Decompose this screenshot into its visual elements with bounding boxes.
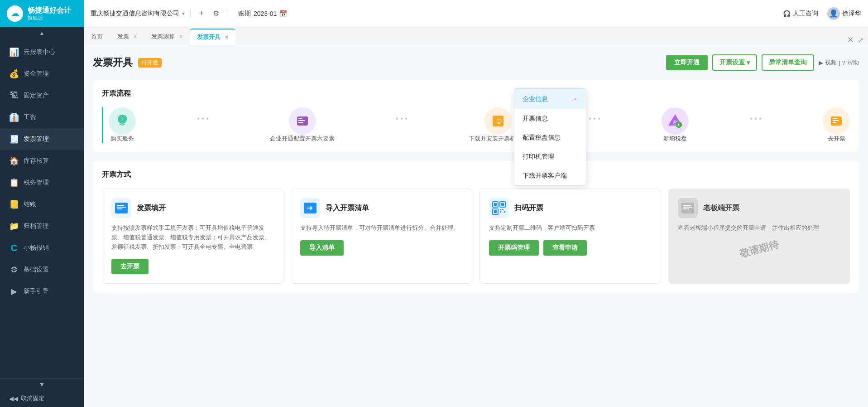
topbar-right: 🎧 人工咨询 👤 徐泽华 — [783, 7, 861, 20]
methods-title: 开票方式 — [102, 170, 850, 179]
maximize-button[interactable]: ⤢ — [858, 36, 863, 44]
svg-rect-16 — [833, 122, 836, 123]
close-window-button[interactable]: ✕ — [847, 35, 854, 45]
import-title: 导入开票清单 — [326, 204, 369, 213]
settlement-icon: 📒 — [9, 199, 19, 209]
sidebar-item-tax[interactable]: 📋 税务管理 — [0, 172, 84, 194]
main-content: 发票开具 待开通 立即开通 开票设置 ▾ 异常清单查询 ▶ 视频 | ? 帮助 … — [84, 45, 868, 407]
headset-icon: 🎧 — [783, 10, 791, 17]
unpin-label: 取消固定 — [21, 394, 44, 402]
sidebar-item-guide[interactable]: ▶ 新手引导 — [0, 281, 84, 302]
scan-manage-button[interactable]: 开票码管理 — [489, 240, 539, 256]
config-label: 企业开通配置开票六要素 — [270, 135, 335, 143]
import-button[interactable]: 导入清单 — [300, 240, 344, 256]
sidebar-item-inventory[interactable]: 🏠 库存核算 — [0, 150, 84, 172]
sidebar-item-invoice[interactable]: 🧾 发票管理 — [0, 128, 84, 150]
sidebar-item-settlement[interactable]: 📒 结账 — [0, 194, 84, 215]
svg-rect-35 — [683, 208, 689, 209]
flow-section: 开票流程 + 购买服务 • • • 企业开通配置开票六要素 • • • — [93, 80, 859, 152]
user-avatar: 👤 — [827, 7, 840, 20]
sidebar-nav: 📊 云报表中心 💰 资金管理 🏗 固定资产 👔 工资 🧾 发票管理 🏠 库存核算… — [0, 39, 84, 378]
sidebar-label-settings: 基础设置 — [24, 266, 49, 274]
page-title: 发票开具 — [93, 56, 133, 69]
sidebar-item-settings[interactable]: ⚙ 基础设置 — [0, 259, 84, 281]
exception-button[interactable]: 异常清单查询 — [762, 54, 814, 71]
scan-buttons: 开票码管理 查看申请 — [489, 240, 652, 256]
svg-rect-15 — [833, 120, 839, 121]
tab-invoice-open-close[interactable]: × — [225, 34, 228, 40]
user-menu[interactable]: 👤 徐泽华 — [827, 7, 861, 20]
settings-button[interactable]: 开票设置 ▾ — [712, 54, 757, 71]
tab-invoice[interactable]: 发票 × — [110, 29, 144, 45]
sidebar-item-payroll[interactable]: 👔 工资 — [0, 107, 84, 128]
method-import: 导入开票清单 支持导入待开票清单，可对待开票清单进行拆分、合并处理。 导入清单 — [291, 189, 472, 284]
dropdown-company-info[interactable]: 企业信息 → — [514, 89, 586, 109]
add-company-button[interactable]: + — [196, 8, 207, 19]
topbar-divider-1 — [190, 9, 191, 18]
calendar-icon[interactable]: 📅 — [279, 10, 287, 17]
dropdown-printer[interactable]: 打印机管理 — [514, 147, 586, 166]
fixed-assets-icon: 🏗 — [9, 91, 19, 101]
sidebar-label-fixed-assets: 固定资产 — [24, 92, 49, 100]
sidebar-scroll-down[interactable]: ▼ — [0, 378, 84, 390]
svg-rect-27 — [494, 210, 497, 213]
invoice-icon: 🧾 — [9, 134, 19, 144]
scan-view-button[interactable]: 查看申请 — [543, 240, 587, 256]
video-button[interactable]: ▶ 视频 | ? 帮助 — [819, 58, 859, 67]
fill-button[interactable]: 去开票 — [111, 259, 149, 274]
guide-icon: ▶ — [9, 286, 19, 296]
settings-icon: ⚙ — [9, 265, 19, 275]
svg-rect-5 — [298, 120, 305, 121]
scan-title: 扫码开票 — [514, 204, 543, 213]
archive-icon: 📁 — [9, 221, 19, 231]
dropdown-tax-config[interactable]: 配置税盘信息 — [514, 128, 586, 147]
download-icon: ☺ — [484, 107, 512, 135]
buy-service-icon: + — [109, 107, 136, 135]
svg-rect-19 — [117, 207, 126, 208]
tab-home-label: 首页 — [91, 33, 103, 41]
tax-icon: 📋 — [9, 178, 19, 188]
connector-4: • • • — [689, 115, 823, 123]
company-selector[interactable]: 重庆畅捷交通信息咨询有限公司 ▾ — [91, 10, 185, 18]
connector-1: • • • — [136, 115, 270, 123]
sidebar-item-capital[interactable]: 💰 资金管理 — [0, 63, 84, 85]
sidebar-scroll-up[interactable]: ▲ — [0, 27, 84, 39]
buy-service-label: 购买服务 — [110, 135, 134, 143]
settings-label: 开票设置 — [719, 58, 745, 67]
dropdown-download-client[interactable]: 下载开票客户端 — [514, 166, 586, 185]
flow-steps: + 购买服务 • • • 企业开通配置开票六要素 • • • ☺ — [102, 107, 850, 143]
activate-button[interactable]: 立即开通 — [666, 55, 708, 70]
status-badge: 待开通 — [138, 58, 162, 68]
dropdown-company-info-label: 企业信息 — [523, 95, 548, 103]
tab-invoice-close[interactable]: × — [134, 34, 137, 40]
report-icon: C — [9, 243, 19, 253]
method-scan-header: 扫码开票 — [489, 198, 652, 218]
topbar: 重庆畅捷交通信息咨询有限公司 ▾ + ⚙ 账期 2023-01 📅 🎧 人工咨询… — [84, 0, 868, 27]
add-tax-icon: 税+ — [662, 107, 689, 135]
payroll-icon: 👔 — [9, 112, 19, 122]
unpin-icon: ◀◀ — [9, 395, 18, 402]
tab-home[interactable]: 首页 — [84, 29, 110, 45]
method-import-header: 导入开票清单 — [300, 198, 463, 218]
tab-invoice-calc[interactable]: 发票测算 × — [144, 29, 190, 45]
svg-rect-26 — [501, 203, 504, 206]
customer-service-button[interactable]: 🎧 人工咨询 — [783, 10, 818, 18]
go-invoice-icon — [823, 107, 850, 135]
method-boss-header: 老板端开票 — [678, 198, 840, 218]
svg-rect-14 — [833, 118, 837, 119]
sidebar-bottom-action[interactable]: ◀◀ 取消固定 — [0, 390, 84, 407]
sidebar-item-report[interactable]: C 小畅报销 — [0, 237, 84, 259]
topbar-settings-button[interactable]: ⚙ — [211, 8, 221, 19]
sidebar-item-cloud-report[interactable]: 📊 云报表中心 — [0, 41, 84, 63]
svg-rect-18 — [117, 205, 124, 206]
page-title-block: 发票开具 待开通 — [93, 56, 162, 69]
dropdown-invoice-info[interactable]: 开票信息 — [514, 109, 586, 128]
sidebar-item-archive[interactable]: 📁 归档管理 — [0, 215, 84, 237]
tab-invoice-open[interactable]: 发票开具 × — [190, 29, 235, 45]
svg-text:+: + — [677, 122, 680, 128]
svg-text:☺: ☺ — [495, 116, 503, 126]
sidebar-item-fixed-assets[interactable]: 🏗 固定资产 — [0, 85, 84, 107]
user-name: 徐泽华 — [842, 10, 861, 18]
tab-invoice-calc-close[interactable]: × — [179, 34, 182, 40]
dropdown-tax-config-label: 配置税盘信息 — [523, 134, 561, 142]
